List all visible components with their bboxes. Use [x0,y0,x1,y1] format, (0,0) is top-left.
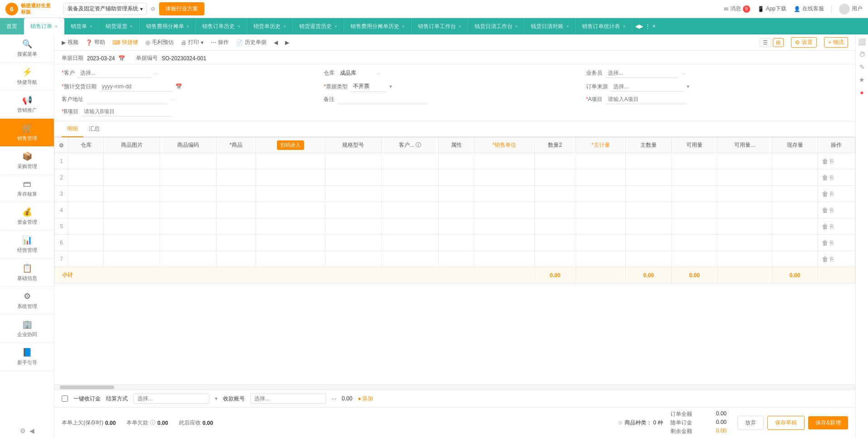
nav-prev-icon[interactable]: ◀ [635,23,639,29]
row-delete-7[interactable]: 🗑 [822,255,828,263]
col-settings[interactable]: ⚙ [55,138,68,153]
calendar-icon[interactable]: 📅 [118,55,125,62]
account-more-icon[interactable]: ··· [332,395,336,402]
discard-btn[interactable]: 放弃 [737,416,764,430]
tab-order-stats[interactable]: 销售订单统计表 × [576,18,632,34]
toolbar-add-goods[interactable]: + 物流 [824,37,848,48]
tab-daily-workspace[interactable]: 钱货日清工作台 × [468,18,525,34]
tab-close-workspace[interactable]: × [459,24,461,29]
sidebar-item-enterprise[interactable]: 🏢 企业协同 [0,315,54,343]
sidebar-item-purchase[interactable]: 📦 采购管理 [0,147,54,175]
nav-close-icon[interactable]: × [652,23,655,29]
customer-more-icon[interactable]: ··· [154,70,158,77]
row-delete-4[interactable]: 🗑 [822,207,828,214]
right-panel-icon-2[interactable]: ⏱ [859,51,865,58]
save-new-btn[interactable]: 保存&新增 [808,416,848,429]
product-count-area[interactable]: ⊙ 商品种类： 0 种 [618,419,663,427]
sidebar-item-search[interactable]: 🔍 搜索菜单 [0,34,54,63]
tab-expense-history[interactable]: 销售费用分摊单历史 × [344,18,412,34]
order-source-chevron[interactable]: ▾ [687,83,689,90]
right-panel-icon-3[interactable]: ✎ [859,63,865,71]
toolbar-nav-prev[interactable]: ◀ [274,39,278,46]
tab-close-sales-order[interactable]: × [55,24,58,29]
industry-btn[interactable]: 体验行业方案 [159,2,204,15]
toolbar-help[interactable]: ❓ 帮助 [86,39,105,46]
toolbar-list-view[interactable]: ☰ [760,38,771,47]
tab-daily-reconcile[interactable]: 钱货日清对账 × [524,18,576,34]
account-input[interactable] [250,394,326,404]
tab-return-history[interactable]: 销货退货历史 × [293,18,344,34]
order-source-input[interactable] [611,82,684,91]
toolbar-shortcut[interactable]: ⌨ 快捷键 [112,39,138,46]
right-panel-icon-1[interactable]: ⬜ [858,38,866,45]
row-copy-7[interactable]: ⎘ [830,255,834,263]
row-customer-code-1[interactable] [381,153,439,169]
toolbar-view[interactable]: ▶ 视频 [62,39,78,46]
tab-close-expense-history[interactable]: × [402,24,405,29]
tab-sales-goods[interactable]: 销货单 × [64,18,99,34]
payment-chevron[interactable]: ▾ [215,395,218,402]
row-available-1[interactable] [672,153,718,169]
one-click-checkbox[interactable] [62,395,68,402]
invoice-chevron[interactable]: ▾ [389,83,392,90]
tab-sales-order[interactable]: 销售订单 × [24,18,64,34]
row-copy-5[interactable]: ⎘ [830,223,834,230]
save-draft-btn[interactable]: 保存草稿 [767,416,805,430]
row-code-1[interactable] [160,153,216,169]
sidebar-item-operation[interactable]: 📊 经营管理 [0,231,54,259]
nav-next-icon[interactable]: ▶ [639,23,643,29]
tab-order-history[interactable]: 销售订单历史 × [196,18,247,34]
sidebar-item-inventory[interactable]: 🗃 库存核算 [0,175,54,202]
row-copy-2[interactable]: ⎘ [830,174,834,181]
tab-close-sales-goods[interactable]: × [90,24,92,29]
right-panel-icon-5[interactable]: ● [860,89,863,96]
row-unit-1[interactable] [474,153,534,169]
settings-bottom-icon[interactable]: ⚙ [20,427,26,434]
scan-btn[interactable]: 扫码录入 [277,140,304,150]
row-main-qty-1[interactable] [626,153,671,169]
tab-detail[interactable]: 明细 [62,121,83,137]
message-btn[interactable]: ✉ 消息 9 [724,5,750,13]
address-input[interactable] [86,95,168,104]
row-qty2-1[interactable] [534,153,576,169]
toolbar-ops[interactable]: ⋯ 操作 [211,39,229,46]
row-product-1[interactable] [216,153,256,169]
scroll-thumb[interactable] [60,385,114,389]
current-amount-icon[interactable]: ⓘ [150,419,155,427]
tab-close-daily-reconcile[interactable]: × [566,24,569,29]
notes-input[interactable] [337,95,428,104]
tab-close-return-history[interactable]: × [335,24,337,29]
sidebar-item-finance[interactable]: 💰 资金管理 [0,202,54,231]
sidebar-item-system[interactable]: ⚙ 系统管理 [0,287,54,315]
b-project-input[interactable] [81,107,172,116]
row-copy-4[interactable]: ⎘ [830,207,834,214]
print-chevron[interactable]: ▾ [201,39,204,46]
row-delete-5[interactable]: 🗑 [822,223,828,230]
tab-close-order-history[interactable]: × [238,24,240,29]
tab-close-order-stats[interactable]: × [623,24,626,29]
tab-order-workspace[interactable]: 销售订单工作台 × [412,18,468,34]
sidebar-item-guide[interactable]: 📘 新手引导 [0,343,54,371]
system-selector[interactable]: 装备及固定资产辅助管理系统 ▾ [63,3,147,15]
tab-sales-expense[interactable]: 销售费用分摊单 × [140,18,196,34]
staff-more-icon[interactable]: ··· [681,70,686,77]
row-copy-1[interactable]: ⎘ [830,158,834,165]
row-delete-3[interactable]: 🗑 [822,190,828,197]
tab-close-daily-workspace[interactable]: × [515,24,518,29]
row-scan-1[interactable] [256,153,325,169]
staff-input[interactable] [605,68,679,78]
sidebar-item-base[interactable]: 📋 基础信息 [0,259,54,287]
toolbar-grid-view[interactable]: ⊞ [773,38,784,47]
tab-close-sales-return[interactable]: × [130,24,133,29]
collapse-icon[interactable]: ◀ [29,427,34,434]
online-service-btn[interactable]: 👤 在线客服 [794,5,824,13]
settings-icon[interactable]: ⚙ [150,6,155,12]
row-warehouse-1[interactable] [68,153,104,169]
sidebar-item-sales[interactable]: 🛒 销售管理 [0,119,54,147]
tab-sales-return[interactable]: 销货退货 × [99,18,140,34]
row-delete-1[interactable]: 🗑 [822,158,828,165]
row-delete-2[interactable]: 🗑 [822,174,828,181]
sidebar-item-marketing[interactable]: 📢 营销推广 [0,91,54,119]
sidebar-item-quick[interactable]: ⚡ 快捷导航 [0,63,54,91]
row-copy-6[interactable]: ⎘ [830,239,834,246]
